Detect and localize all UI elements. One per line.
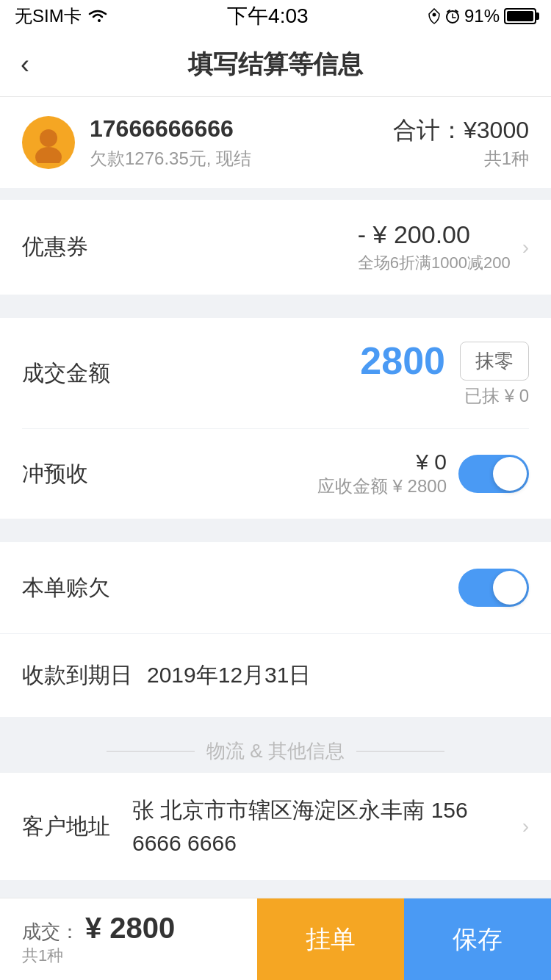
section-divider-2 — [0, 519, 551, 530]
coupon-amount: - ¥ 200.00 — [358, 220, 511, 249]
debt-row: 本单赊欠 — [0, 542, 551, 633]
status-right: 91% — [428, 6, 536, 26]
avatar — [22, 116, 75, 169]
debt-toggle[interactable] — [458, 569, 529, 607]
prepaid-label: 冲预收 — [22, 459, 88, 489]
prepaid-right: ¥ 0 应收金额 ¥ 2800 — [317, 450, 529, 498]
status-time: 下午4:03 — [227, 2, 309, 30]
bottom-bar: 成交： ¥ 2800 共1种 挂单 保存 — [0, 898, 551, 980]
back-button[interactable]: ‹ — [21, 49, 29, 80]
deal-amount-row: 成交金额 2800 抹零 已抹 ¥ 0 — [22, 318, 529, 429]
battery-icon — [504, 8, 536, 24]
address-label: 客户地址 — [22, 812, 110, 842]
debt-label: 本单赊欠 — [22, 573, 110, 603]
total-amount: 合计：¥3000 — [393, 115, 529, 147]
svg-point-0 — [432, 13, 436, 17]
bottom-deal-label: 成交： — [22, 919, 79, 945]
wifi-icon — [87, 9, 108, 24]
deal-amount-value: 2800 — [360, 339, 445, 383]
prepaid-value: ¥ 0 应收金额 ¥ 2800 — [317, 450, 447, 498]
customer-card: 17666666666 欠款1276.35元, 现结 合计：¥3000 共1种 — [0, 97, 551, 188]
round-button[interactable]: 抹零 — [460, 342, 529, 381]
customer-phone: 17666666666 — [90, 115, 251, 143]
status-bar: 无SIM卡 下午4:03 91% — [0, 0, 551, 32]
logistics-label: 物流 & 其他信息 — [206, 738, 345, 764]
svg-point-3 — [35, 147, 62, 163]
carrier-text: 无SIM卡 — [15, 4, 82, 28]
due-date-row: 收款到期日 2019年12月31日 — [0, 633, 551, 717]
bottom-deal-count: 共1种 — [22, 945, 235, 967]
customer-left: 17666666666 欠款1276.35元, 现结 — [22, 115, 251, 170]
due-date-value: 2019年12月31日 — [147, 660, 311, 691]
coupon-right: - ¥ 200.00 全场6折满1000减200 › — [358, 220, 529, 274]
total-count: 共1种 — [393, 147, 529, 170]
battery-percent: 91% — [464, 6, 500, 26]
section-divider-1 — [0, 306, 551, 318]
prepaid-row: 冲预收 ¥ 0 应收金额 ¥ 2800 — [22, 429, 529, 519]
due-date-label: 收款到期日 — [22, 660, 132, 691]
save-button[interactable]: 保存 — [404, 898, 551, 981]
deal-value-wrap: 2800 抹零 — [360, 339, 529, 383]
status-left: 无SIM卡 — [15, 4, 108, 28]
deal-amount-label: 成交金额 — [22, 359, 110, 389]
prepaid-amount: ¥ 0 — [317, 450, 447, 475]
deal-section: 成交金额 2800 抹零 已抹 ¥ 0 冲预收 ¥ 0 应收金额 ¥ 2800 — [0, 318, 551, 519]
page-title: 填写结算等信息 — [188, 48, 363, 82]
address-row[interactable]: 客户地址 张 北京市市辖区海淀区永丰南 156 6666 6666 › — [0, 773, 551, 880]
chevron-right-icon: › — [522, 236, 529, 259]
logistics-line-right — [356, 751, 444, 752]
customer-right: 合计：¥3000 共1种 — [393, 115, 529, 170]
logistics-line-left — [107, 751, 195, 752]
hold-button[interactable]: 挂单 — [257, 898, 404, 981]
location-icon — [428, 8, 441, 24]
coupon-label: 优惠券 — [22, 232, 88, 262]
logistics-divider: 物流 & 其他信息 — [0, 729, 551, 773]
coupon-row[interactable]: 优惠券 - ¥ 200.00 全场6折满1000减200 › — [0, 200, 551, 295]
customer-info: 17666666666 欠款1276.35元, 现结 — [90, 115, 251, 170]
logistics-text: 物流 & 其他信息 — [107, 738, 444, 764]
bottom-deal-info: 成交： ¥ 2800 共1种 — [0, 912, 257, 967]
bottom-deal-amount: ¥ 2800 — [85, 912, 175, 945]
debt-toggle-knob — [493, 571, 527, 605]
prepaid-sub: 应收金额 ¥ 2800 — [317, 475, 447, 498]
address-chevron-icon: › — [522, 815, 529, 838]
coupon-desc: 全场6折满1000减200 — [358, 252, 511, 274]
address-value: 张 北京市市辖区海淀区永丰南 156 6666 6666 — [132, 793, 518, 860]
content: 17666666666 欠款1276.35元, 现结 合计：¥3000 共1种 … — [0, 97, 551, 968]
prepaid-toggle[interactable] — [458, 455, 529, 493]
alarm-icon — [445, 8, 460, 24]
svg-point-2 — [40, 129, 57, 147]
customer-debt: 欠款1276.35元, 现结 — [90, 147, 251, 170]
toggle-knob — [493, 457, 527, 491]
deal-sub: 已抹 ¥ 0 — [360, 384, 529, 408]
header: ‹ 填写结算等信息 — [0, 32, 551, 97]
